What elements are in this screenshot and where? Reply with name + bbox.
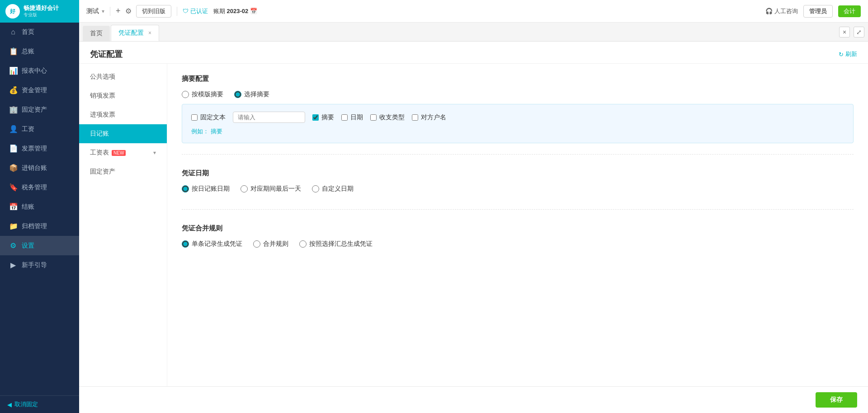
sidebar-item-home[interactable]: ⌂ 首页	[0, 23, 79, 42]
left-nav: 公共选项 销项发票 进项发票 日记账 工资表 NEW	[79, 64, 167, 386]
custom-date-option[interactable]: 自定义日期	[312, 185, 354, 193]
date-radio-group: 按日记账日期 对应期间最后一天 自定义日期	[182, 185, 854, 193]
sidebar-item-salary[interactable]: 👤 工资	[0, 119, 79, 139]
sidebar-item-ledger[interactable]: 📋 总账	[0, 42, 79, 61]
summary-cb-option[interactable]: 摘要	[312, 113, 334, 122]
new-badge: NEW	[112, 150, 126, 156]
close-account-icon: 📅	[9, 202, 17, 211]
summary-select-option[interactable]: 选择摘要	[234, 90, 269, 99]
content-area: 凭证配置 ↻ 刷新 公共选项 销项发票 进项发票 日记账	[79, 42, 868, 413]
cashtype-checkbox[interactable]	[370, 114, 377, 121]
capital-icon: 💰	[9, 86, 17, 94]
add-company-icon[interactable]: +	[116, 6, 121, 16]
period-last-radio[interactable]	[241, 185, 248, 192]
journal-date-option[interactable]: 按日记账日期	[182, 185, 230, 193]
section-merge: 凭证合并规则 单条记录生成凭证 合并规则 按照选择汇总生成凭证	[182, 224, 854, 264]
nav-item-journal[interactable]: 日记账	[79, 124, 167, 143]
nav-item-public[interactable]: 公共选项	[79, 67, 167, 86]
summary-radio-group: 按模版摘要 选择摘要	[182, 90, 854, 99]
counterparty-checkbox[interactable]	[412, 114, 418, 121]
summary-example: 例如： 摘要	[191, 127, 844, 136]
counterparty-cb-option[interactable]: 对方户名	[412, 113, 446, 122]
summary-template-radio[interactable]	[182, 91, 189, 98]
ledger-icon: 📋	[9, 47, 17, 56]
sidebar-item-sales[interactable]: 📦 进销台账	[0, 158, 79, 178]
summary-checkbox[interactable]	[312, 114, 319, 121]
refresh-icon: ↻	[839, 51, 844, 58]
pin-icon: ◀	[7, 401, 12, 408]
save-button[interactable]: 保存	[816, 392, 857, 408]
sidebar-nav: ⌂ 首页 📋 总账 📊 报表中心 💰 资金管理 🏢 固定资产 👤 工资 📄 发票…	[0, 23, 79, 395]
sidebar-item-close[interactable]: 📅 结账	[0, 197, 79, 216]
cancel-fixed-button[interactable]: ◀ 取消固定	[0, 395, 79, 413]
asset-icon: 🏢	[9, 105, 17, 114]
merge-rule-option[interactable]: 合并规则	[253, 240, 288, 248]
expand-icon: ▾	[153, 150, 156, 156]
single-voucher-radio[interactable]	[182, 240, 189, 248]
merge-rule-radio[interactable]	[253, 240, 260, 248]
content-body: 公共选项 销项发票 进项发票 日记账 工资表 NEW	[79, 64, 868, 386]
page-title: 凭证配置	[90, 49, 123, 60]
nav-item-fixed-asset[interactable]: 固定资产	[79, 162, 167, 181]
sidebar-item-guide[interactable]: ▶ 新手引导	[0, 255, 79, 275]
company-dropdown-icon: ▾	[102, 8, 104, 14]
sidebar-item-invoice[interactable]: 📄 发票管理	[0, 139, 79, 158]
report-icon: 📊	[9, 66, 17, 75]
date-cb-option[interactable]: 日期	[341, 113, 363, 122]
period-last-option[interactable]: 对应期间最后一天	[241, 185, 301, 193]
select-merge-radio[interactable]	[299, 240, 307, 248]
shield-icon: 🛡	[183, 8, 189, 14]
fixed-text-checkbox[interactable]	[191, 114, 198, 121]
topbar: 测试 ▾ + ⚙ 切到旧版 🛡 已认证 账期 2023-02 📅 🎧 人工咨询 …	[79, 0, 868, 23]
close-window-button[interactable]: ×	[839, 27, 850, 38]
topbar-divider-2	[177, 7, 177, 16]
nav-item-sales-invoice[interactable]: 销项发票	[79, 86, 167, 105]
maximize-window-button[interactable]: ⤢	[854, 27, 864, 38]
settings-icon: ⚙	[9, 241, 17, 250]
manager-button[interactable]: 管理员	[803, 5, 833, 18]
nav-item-purchase-invoice[interactable]: 进项发票	[79, 105, 167, 124]
content-header: 凭证配置 ↻ 刷新	[79, 42, 868, 64]
accountant-button[interactable]: 会计	[838, 5, 861, 17]
settings-topbar-icon[interactable]: ⚙	[125, 7, 132, 15]
topbar-right: 🎧 人工咨询 管理员 会计	[765, 5, 861, 18]
logo-text: 畅捷通好会计 专业版	[24, 5, 59, 19]
tab-voucher-config[interactable]: 凭证配置 ×	[111, 25, 159, 41]
single-voucher-option[interactable]: 单条记录生成凭证	[182, 240, 242, 248]
summary-section-title: 摘要配置	[182, 75, 854, 83]
journal-date-radio[interactable]	[182, 185, 189, 192]
tab-home[interactable]: 首页	[83, 26, 110, 41]
sidebar-item-capital[interactable]: 💰 资金管理	[0, 80, 79, 100]
fixed-text-option[interactable]: 固定文本	[191, 113, 226, 122]
sales-icon: 📦	[9, 164, 17, 172]
select-merge-option[interactable]: 按照选择汇总生成凭证	[299, 240, 373, 248]
sidebar-item-tax[interactable]: 🔖 税务管理	[0, 178, 79, 197]
nav-item-salary-table[interactable]: 工资表 NEW ▾	[79, 143, 167, 162]
bottom-bar: 保存	[79, 386, 868, 413]
sidebar-logo: 好 畅捷通好会计 专业版	[0, 0, 79, 23]
invoice-icon: 📄	[9, 144, 17, 153]
sidebar-item-report[interactable]: 📊 报表中心	[0, 61, 79, 80]
fixed-text-input[interactable]	[233, 112, 305, 123]
sidebar-item-archive[interactable]: 📁 归档管理	[0, 216, 79, 236]
switch-version-button[interactable]: 切到旧版	[136, 5, 171, 18]
summary-select-radio[interactable]	[234, 91, 241, 98]
date-checkbox[interactable]	[341, 114, 348, 121]
sidebar-item-settings[interactable]: ⚙ 设置	[0, 236, 79, 255]
summary-template-option[interactable]: 按模版摘要	[182, 90, 223, 99]
calendar-icon[interactable]: 📅	[250, 8, 257, 14]
section-date: 凭证日期 按日记账日期 对应期间最后一天 自定义日期	[182, 169, 854, 210]
custom-date-radio[interactable]	[312, 185, 319, 192]
sidebar-item-asset[interactable]: 🏢 固定资产	[0, 100, 79, 119]
summary-config-row: 固定文本 摘要 日期	[191, 112, 844, 123]
consult-button[interactable]: 🎧 人工咨询	[765, 7, 798, 15]
headphone-icon: 🎧	[765, 8, 773, 14]
sidebar: 好 畅捷通好会计 专业版 ⌂ 首页 📋 总账 📊 报表中心 💰 资金管理 🏢 固…	[0, 0, 79, 413]
home-icon: ⌂	[9, 28, 17, 36]
topbar-divider-1	[110, 7, 110, 16]
refresh-button[interactable]: ↻ 刷新	[839, 50, 857, 58]
tab-close-icon[interactable]: ×	[148, 30, 151, 36]
company-name[interactable]: 测试 ▾	[86, 7, 104, 15]
date-section-title: 凭证日期	[182, 169, 854, 178]
cashtype-cb-option[interactable]: 收支类型	[370, 113, 405, 122]
